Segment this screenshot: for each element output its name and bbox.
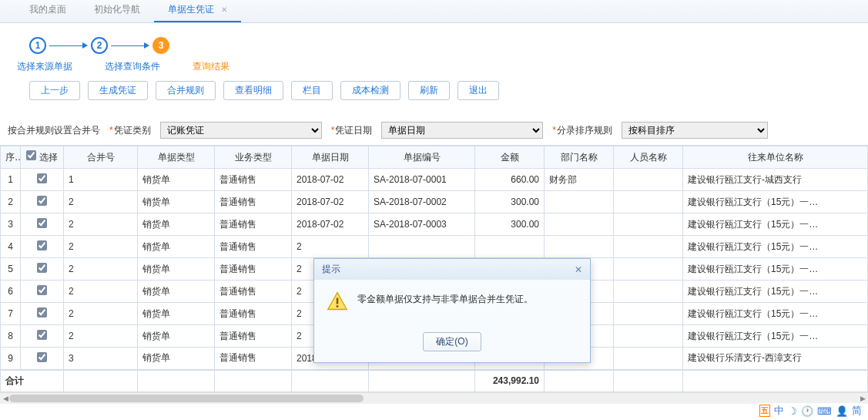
tab-bill-voucher[interactable]: 单据生凭证 ✕ xyxy=(154,0,241,22)
gen-voucher-button[interactable]: 生成凭证 xyxy=(88,81,148,100)
cell-corp: 建设银行瓯江支行（15元）一… xyxy=(683,281,868,303)
merge-rule-button[interactable]: 合并规则 xyxy=(156,81,216,100)
row-checkbox[interactable] xyxy=(37,307,47,318)
voucher-date-select[interactable]: 单据日期 xyxy=(381,122,543,139)
row-checkbox[interactable] xyxy=(37,352,47,362)
col-amount: 金额 xyxy=(475,146,545,169)
step-arrow-icon xyxy=(111,45,149,46)
toolbar: 上一步 生成凭证 合并规则 查看明细 栏目 成本检测 刷新 退出 xyxy=(0,73,868,108)
cell-biztype: 普通销售 xyxy=(215,303,292,325)
keyboard-icon[interactable]: ⌨ xyxy=(817,405,832,417)
cell-amount: 300.00 xyxy=(475,191,545,213)
view-detail-button[interactable]: 查看明细 xyxy=(223,81,283,100)
cell-mergeno: 2 xyxy=(64,191,138,213)
row-checkbox[interactable] xyxy=(37,263,47,273)
ime-cn-icon[interactable]: 中 xyxy=(774,404,784,418)
step-2-circle: 2 xyxy=(91,37,108,54)
cell-person xyxy=(614,236,683,258)
cell-corp: 建设银行瓯江支行（15元）一… xyxy=(683,236,868,258)
row-checkbox[interactable] xyxy=(37,196,47,206)
cell-amount xyxy=(475,236,545,258)
step-1-circle: 1 xyxy=(29,37,46,54)
voucher-type-label: 凭证类别 xyxy=(114,125,151,136)
cell-seq: 2 xyxy=(1,191,21,213)
horizontal-scrollbar[interactable]: ◀ ▶ xyxy=(0,392,868,404)
cell-person xyxy=(614,258,683,281)
voucher-type-select[interactable]: 记账凭证 xyxy=(160,122,322,139)
cell-sel xyxy=(21,169,64,191)
moon-icon[interactable]: ☽ xyxy=(788,405,797,417)
warning-icon xyxy=(327,291,348,312)
cell-billtype: 销货单 xyxy=(138,191,215,213)
row-checkbox[interactable] xyxy=(37,240,47,250)
cell-corp: 建设银行瓯江支行（15元）一… xyxy=(683,191,868,213)
table-header-row: 序号 选择 合并号 单据类型 业务类型 单据日期 单据编号 金额 部门名称 人员… xyxy=(1,146,868,169)
cell-billtype: 销货单 xyxy=(138,236,215,258)
cell-corp: 建设银行瓯江支行（15元）一… xyxy=(683,213,868,236)
cell-biztype: 普通销售 xyxy=(215,348,292,370)
row-checkbox[interactable] xyxy=(37,330,47,340)
row-checkbox[interactable] xyxy=(37,218,47,228)
col-seq: 序号 xyxy=(1,146,21,169)
sort-rule-select[interactable]: 按科目排序 xyxy=(622,122,768,139)
totals-label: 合计 xyxy=(1,370,64,392)
cell-biztype: 普通销售 xyxy=(215,325,292,348)
cell-corp: 建设银行瓯江支行（15元）一… xyxy=(683,303,868,325)
step-arrow-icon xyxy=(49,45,88,46)
cell-sel xyxy=(21,303,64,325)
ime-icon[interactable]: 五 xyxy=(759,405,770,417)
refresh-button[interactable]: 刷新 xyxy=(408,81,450,100)
exit-button[interactable]: 退出 xyxy=(457,81,499,100)
clock-icon[interactable]: 🕐 xyxy=(801,405,813,417)
columns-button[interactable]: 栏目 xyxy=(291,81,333,100)
row-checkbox[interactable] xyxy=(37,173,47,183)
tab-my-desktop[interactable]: 我的桌面 xyxy=(15,0,80,22)
scroll-thumb[interactable] xyxy=(9,395,364,402)
cell-biztype: 普通销售 xyxy=(215,281,292,303)
tab-label: 单据生凭证 xyxy=(168,4,214,15)
prev-button[interactable]: 上一步 xyxy=(29,81,80,100)
step-1-label: 选择来源单据 xyxy=(17,60,79,73)
cell-person xyxy=(614,191,683,213)
ime-simp-icon[interactable]: 简 xyxy=(852,404,862,418)
cell-biztype: 普通销售 xyxy=(215,236,292,258)
tab-init-nav[interactable]: 初始化导航 xyxy=(80,0,154,22)
cost-check-button[interactable]: 成本检测 xyxy=(340,81,400,100)
cell-corp: 建设银行乐清支行-西漳支行 xyxy=(683,348,868,370)
merge-label: 按合并规则设置合并号 xyxy=(8,124,100,137)
cell-billno: SA-2018-07-0001 xyxy=(369,169,475,191)
col-dept: 部门名称 xyxy=(545,146,614,169)
row-checkbox[interactable] xyxy=(37,285,47,295)
table-row[interactable]: 32销货单普通销售2018-07-02SA-2018-07-0003300.00… xyxy=(1,213,868,236)
step-3-circle: 3 xyxy=(152,37,169,54)
close-icon[interactable]: ✕ xyxy=(221,5,227,14)
filter-bar: 按合并规则设置合并号 *凭证类别 记账凭证 *凭证日期 单据日期 *分录排序规则… xyxy=(0,108,868,145)
cell-mergeno: 2 xyxy=(64,281,138,303)
col-billno: 单据编号 xyxy=(369,146,475,169)
cell-billno: SA-2018-07-0002 xyxy=(369,191,475,213)
table-row[interactable]: 22销货单普通销售2018-07-02SA-2018-07-0002300.00… xyxy=(1,191,868,213)
select-all-checkbox[interactable] xyxy=(26,150,36,160)
dialog-close-icon[interactable]: ✕ xyxy=(575,264,582,275)
cell-biztype: 普通销售 xyxy=(215,213,292,236)
dialog-ok-button[interactable]: 确定(O) xyxy=(423,332,481,351)
cell-mergeno: 2 xyxy=(64,325,138,348)
table-row[interactable]: 42销货单普通销售2建设银行瓯江支行（15元）一… xyxy=(1,236,868,258)
col-biztype: 业务类型 xyxy=(215,146,292,169)
cell-person xyxy=(614,325,683,348)
cell-dept xyxy=(545,236,614,258)
cell-sel xyxy=(21,281,64,303)
scroll-right-icon[interactable]: ▶ xyxy=(857,393,868,404)
cell-corp: 建设银行瓯江支行-城西支行 xyxy=(683,169,868,191)
cell-dept: 财务部 xyxy=(545,169,614,191)
cell-dept xyxy=(545,191,614,213)
step-2-label: 选择查询条件 xyxy=(105,60,166,73)
user-icon[interactable]: 👤 xyxy=(836,405,848,417)
cell-seq: 5 xyxy=(1,258,21,281)
cell-biztype: 普通销售 xyxy=(215,191,292,213)
sort-rule-label: 分录排序规则 xyxy=(557,125,612,136)
table-row[interactable]: 11销货单普通销售2018-07-02SA-2018-07-0001660.00… xyxy=(1,169,868,191)
dialog-title-bar: 提示 ✕ xyxy=(314,259,590,280)
cell-person xyxy=(614,348,683,370)
cell-billdate: 2018-07-02 xyxy=(292,191,369,213)
